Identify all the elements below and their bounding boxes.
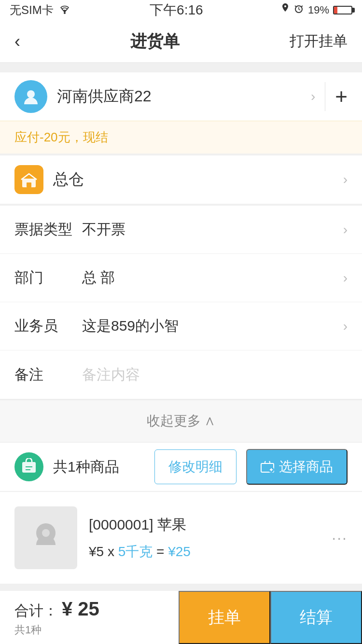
supplier-divider <box>325 82 325 111</box>
total-main: 合计： ¥ 25 <box>14 598 164 621</box>
product-item: [0000001] 苹果 ¥5 x 5千克 = ¥25 ··· <box>0 492 362 584</box>
invoice-value: 不开票 <box>82 220 343 239</box>
product-info: [0000001] 苹果 ¥5 x 5千克 = ¥25 <box>89 515 320 561</box>
warehouse-icon <box>14 165 43 194</box>
battery-percent: 19% <box>308 4 329 16</box>
product-title: 苹果 <box>157 517 186 532</box>
price-text: ¥5 x <box>89 544 118 559</box>
dept-value: 总 部 <box>82 268 343 288</box>
svg-point-9 <box>42 529 50 537</box>
total-text: ¥25 <box>168 544 191 559</box>
invoice-label: 票据类型 <box>14 220 82 239</box>
nav-bar: ‹ 进货单 打开挂单 <box>0 20 362 63</box>
supplier-name: 河南供应商22 <box>57 86 311 107</box>
divider-2 <box>0 154 362 154</box>
remark-row[interactable]: 备注 备注内容 <box>0 350 362 399</box>
status-bar: 无SIM卡 下午6:16 19% <box>0 0 362 20</box>
supplier-section[interactable]: 河南供应商22 › + <box>0 72 362 121</box>
svg-point-0 <box>64 12 66 14</box>
product-header: 共1种商品 修改明细 选择商品 <box>0 443 362 491</box>
product-section-icon <box>14 452 43 481</box>
equals-text: = <box>153 544 168 559</box>
remark-input[interactable]: 备注内容 <box>82 365 348 385</box>
page-title: 进货单 <box>130 30 180 53</box>
hang-button[interactable]: 挂单 <box>179 591 270 644</box>
svg-point-2 <box>27 90 35 98</box>
dept-label: 部门 <box>14 268 82 288</box>
product-name: [0000001] 苹果 <box>89 515 320 535</box>
collapse-label: 收起更多 ∧ <box>147 413 216 428</box>
supplier-notice: 应付-20元，现结 <box>0 121 362 154</box>
total-amount: ¥ 25 <box>62 598 99 620</box>
product-count-label: 共1种商品 <box>53 457 145 477</box>
divider-3 <box>0 204 362 205</box>
sales-label: 业务员 <box>14 316 82 336</box>
bottom-bar: 合计： ¥ 25 共1种 挂单 结算 <box>0 591 362 644</box>
collapse-bar[interactable]: 收起更多 ∧ <box>0 400 362 442</box>
edit-detail-button[interactable]: 修改明细 <box>154 449 237 484</box>
svg-rect-4 <box>27 182 31 187</box>
bottom-total: 合计： ¥ 25 共1种 <box>0 591 179 644</box>
select-product-button[interactable]: 选择商品 <box>246 449 348 485</box>
product-more-button[interactable]: ··· <box>332 529 348 547</box>
status-time: 下午6:16 <box>150 1 203 19</box>
checkout-button[interactable]: 结算 <box>270 591 362 644</box>
location-icon <box>281 3 290 17</box>
qty-text: 5千克 <box>118 544 153 559</box>
invoice-row[interactable]: 票据类型 不开票 › <box>0 206 362 254</box>
sales-value: 这是859的小智 <box>82 316 343 336</box>
remark-label: 备注 <box>14 365 82 385</box>
warehouse-section[interactable]: 总仓 › <box>0 155 362 204</box>
warehouse-chevron-icon: › <box>343 172 348 187</box>
select-product-label: 选择商品 <box>279 458 333 476</box>
sales-row[interactable]: 业务员 这是859的小智 › <box>0 302 362 350</box>
product-code: [0000001] <box>89 517 153 532</box>
dept-chevron-icon: › <box>343 270 348 286</box>
dept-row[interactable]: 部门 总 部 › <box>0 254 362 302</box>
product-price: ¥5 x 5千克 = ¥25 <box>89 543 320 561</box>
back-button[interactable]: ‹ <box>14 31 20 52</box>
product-thumbnail <box>14 506 77 569</box>
battery-icon <box>333 6 352 14</box>
status-left: 无SIM卡 <box>10 2 72 18</box>
divider-1 <box>0 63 362 72</box>
supplier-chevron-icon: › <box>311 89 315 104</box>
invoice-chevron-icon: › <box>343 222 348 238</box>
warehouse-name: 总仓 <box>53 169 343 190</box>
sales-chevron-icon: › <box>343 319 348 334</box>
status-right: 19% <box>281 3 352 17</box>
wifi-icon <box>57 3 72 17</box>
open-pending-button[interactable]: 打开挂单 <box>290 31 348 51</box>
total-sub: 共1种 <box>14 623 164 637</box>
supplier-avatar <box>14 80 47 113</box>
form-section: 票据类型 不开票 › 部门 总 部 › 业务员 这是859的小智 › 备注 备注… <box>0 206 362 399</box>
carrier-label: 无SIM卡 <box>10 2 54 18</box>
add-supplier-button[interactable]: + <box>335 86 348 107</box>
total-label: 合计： <box>14 601 58 621</box>
alarm-icon <box>293 3 304 17</box>
